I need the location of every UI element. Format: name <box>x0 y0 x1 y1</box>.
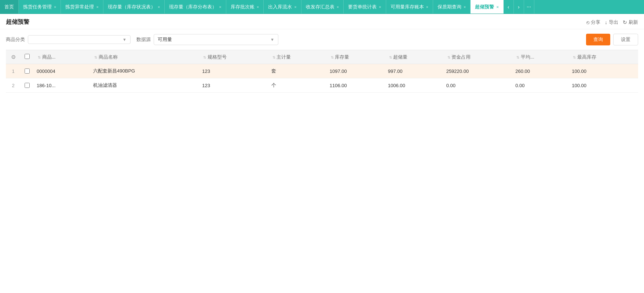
col-gear-header[interactable]: ⚙ <box>6 50 21 64</box>
nav-item-expiry-label: 保质期查询 <box>438 4 461 10</box>
share-icon: ⎋ <box>586 19 589 25</box>
row-2-unit: 个 <box>268 78 327 93</box>
col-avg-header[interactable]: ⇅ 平均... <box>512 50 569 64</box>
nav-item-summary-close[interactable]: × <box>337 5 339 9</box>
nav-more-arrow[interactable]: ⋯ <box>524 0 534 14</box>
col-product-name-header[interactable]: ⇅ 商品名称 <box>90 50 199 64</box>
nav-item-inout-close[interactable]: × <box>294 5 296 9</box>
row-1-capital: 259220.00 <box>443 64 513 78</box>
row-2-overstock: 1006.00 <box>385 78 443 93</box>
row-2-max-stock-value: 100.00 <box>572 83 586 88</box>
refresh-button[interactable]: ↻ 刷新 <box>623 19 638 26</box>
export-button[interactable]: ↓ 导出 <box>605 19 618 26</box>
sort-icon-avg: ⇅ <box>516 55 519 59</box>
nav-item-task-mgmt[interactable]: 拣货任务管理 × <box>19 0 61 14</box>
sort-icon-stock: ⇅ <box>331 55 334 59</box>
nav-item-stock-dist-close[interactable]: × <box>219 5 221 9</box>
row-1-index-value: 1 <box>12 68 14 74</box>
refresh-label: 刷新 <box>629 19 638 26</box>
nav-item-demand[interactable]: 要货单统计表 × <box>344 0 386 14</box>
nav-item-task-mgmt-label: 拣货任务管理 <box>23 4 52 10</box>
nav-prev-arrow[interactable]: ‹ <box>504 0 514 14</box>
nav-item-inout[interactable]: 出入库流水 × <box>264 0 301 14</box>
nav-item-demand-close[interactable]: × <box>379 5 381 9</box>
row-2-avg: 0.00 <box>512 78 569 93</box>
sort-icon-overstock: ⇅ <box>389 55 392 59</box>
nav-item-usable[interactable]: 可用量库存账本 × <box>386 0 433 14</box>
row-2-stock: 1106.00 <box>327 78 385 93</box>
nav-item-stock-status-label: 现存量（库存状况表） <box>108 4 155 10</box>
datasource-label: 数据源 <box>136 36 151 43</box>
col-unit-header[interactable]: ⇅ 主计量 <box>268 50 327 64</box>
nav-item-summary[interactable]: 收发存汇总表 × <box>301 0 344 14</box>
nav-item-stock-status-close[interactable]: × <box>158 5 160 9</box>
nav-item-abnormal[interactable]: 拣货异常处理 × <box>61 0 103 14</box>
category-label: 商品分类 <box>6 36 25 43</box>
nav-item-demand-label: 要货单统计表 <box>348 4 377 10</box>
nav-item-home-label: 首页 <box>4 4 14 10</box>
nav-item-stock-dist[interactable]: 现存量（库存分布表） × <box>165 0 226 14</box>
col-overstock-header[interactable]: ⇅ 超储量 <box>385 50 443 64</box>
nav-item-stock-status[interactable]: 现存量（库存状况表） × <box>103 0 165 14</box>
row-1-unit-value: 套 <box>271 68 276 74</box>
row-2-checkbox[interactable] <box>25 83 30 88</box>
row-2-overstock-value: 1006.00 <box>388 83 405 88</box>
refresh-icon: ↻ <box>623 19 627 25</box>
row-2-unit-value: 个 <box>271 82 276 88</box>
nav-item-usable-close[interactable]: × <box>426 5 428 9</box>
nav-item-overstock[interactable]: 超储预警 × <box>471 0 503 14</box>
row-1-spec-value: 123 <box>202 68 210 74</box>
nav-item-batch[interactable]: 库存批次账 × <box>226 0 264 14</box>
nav-next-arrow[interactable]: › <box>514 0 524 14</box>
query-button[interactable]: 查询 <box>586 34 610 45</box>
datasource-select-value: 可用量 <box>158 36 172 43</box>
export-icon: ↓ <box>605 19 607 25</box>
page-header: 超储预警 ⎋ 分享 ↓ 导出 ↻ 刷新 <box>0 14 644 29</box>
table-header: ⚙ ⇅ 商品... ⇅ 商品名称 ⇅ 规格型号 <box>6 50 638 64</box>
nav-item-task-mgmt-close[interactable]: × <box>54 5 56 9</box>
row-2-index: 2 <box>6 78 21 93</box>
row-1-max-stock-value: 100.00 <box>572 68 586 74</box>
row-1-checkbox[interactable] <box>25 68 30 74</box>
col-max-stock-header[interactable]: ⇅ 最高库存 <box>569 50 638 64</box>
col-capital-header[interactable]: ⇅ 资金占用 <box>443 50 513 64</box>
filter-btn-group: 查询 设置 <box>586 34 638 45</box>
row-2-max-stock: 100.00 <box>569 78 638 93</box>
row-2-spec: 123 <box>199 78 268 93</box>
export-label: 导出 <box>609 19 618 26</box>
row-1-stock: 1097.00 <box>327 64 385 78</box>
row-2-product-name: 机油滤清器 <box>90 78 199 93</box>
filter-bar: 商品分类 ▼ 数据源 可用量 ▼ 查询 设置 <box>0 29 644 50</box>
select-all-checkbox[interactable] <box>25 54 30 59</box>
col-checkbox-header[interactable] <box>21 50 34 64</box>
top-nav: 首页 拣货任务管理 × 拣货异常处理 × 现存量（库存状况表） × 现存量（库存… <box>0 0 644 14</box>
col-capital-label: 资金占用 <box>451 54 471 60</box>
col-product-code-header[interactable]: ⇅ 商品... <box>34 50 90 64</box>
row-2-avg-value: 0.00 <box>515 83 524 88</box>
row-1-capital-value: 259220.00 <box>446 68 469 74</box>
col-stock-header[interactable]: ⇅ 库存量 <box>327 50 385 64</box>
datasource-select[interactable]: 可用量 ▼ <box>154 34 278 45</box>
nav-item-home[interactable]: 首页 <box>0 0 19 14</box>
datasource-select-arrow: ▼ <box>270 37 274 42</box>
nav-item-expiry[interactable]: 保质期查询 × <box>433 0 471 14</box>
table-row: 1 0000004 六配套新昌490BPG 123 <box>6 64 638 78</box>
nav-item-overstock-close[interactable]: × <box>496 5 498 9</box>
nav-item-batch-close[interactable]: × <box>257 5 259 9</box>
row-2-product-code: 186-10... <box>34 78 90 93</box>
setting-button[interactable]: 设置 <box>613 34 638 45</box>
nav-item-expiry-close[interactable]: × <box>464 5 466 9</box>
table-body: 1 0000004 六配套新昌490BPG 123 <box>6 64 638 93</box>
gear-icon[interactable]: ⚙ <box>11 54 16 60</box>
category-select[interactable]: ▼ <box>28 35 131 44</box>
page-content: 超储预警 ⎋ 分享 ↓ 导出 ↻ 刷新 商品分类 ▼ 数据源 <box>0 14 644 293</box>
share-button[interactable]: ⎋ 分享 <box>586 19 600 26</box>
sort-icon-capital: ⇅ <box>447 55 450 59</box>
row-2-stock-value: 1106.00 <box>330 83 347 88</box>
row-1-index: 1 <box>6 64 21 78</box>
nav-item-abnormal-label: 拣货异常处理 <box>65 4 94 10</box>
col-spec-header[interactable]: ⇅ 规格型号 <box>199 50 268 64</box>
nav-item-abnormal-close[interactable]: × <box>96 5 98 9</box>
row-1-product-name-value: 六配套新昌490BPG <box>93 68 135 74</box>
category-filter: 商品分类 ▼ <box>6 35 131 44</box>
